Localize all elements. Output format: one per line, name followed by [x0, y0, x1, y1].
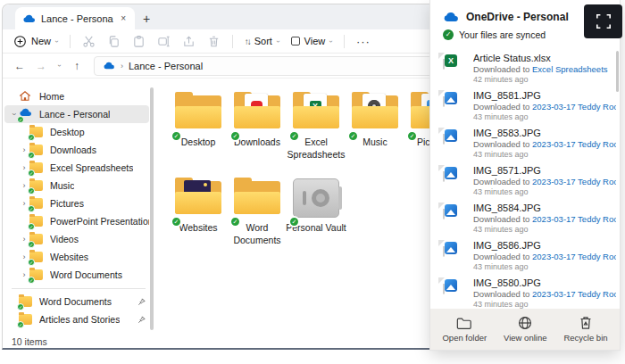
pin-icon [138, 298, 146, 306]
folder-tile-desktop[interactable]: Desktop [169, 91, 228, 177]
destination-link[interactable]: 2023-03-17 Teddy Roose… [532, 252, 616, 261]
folder-synced-icon [29, 144, 44, 156]
sidebar-item-music[interactable]: Music [4, 177, 149, 194]
panel-footer: Open folder View online Recycle bin [430, 309, 620, 350]
more-options-button[interactable]: ··· [356, 35, 371, 48]
image-file-icon [443, 90, 445, 107]
rename-button[interactable] [157, 35, 171, 48]
file-activity-row[interactable]: X Article Status.xlsx Downloaded to Exce… [430, 47, 620, 85]
destination-link[interactable]: Excel Spreadsheets [532, 64, 608, 74]
globe-icon [518, 316, 532, 330]
folder-synced-icon [19, 313, 33, 326]
tab-lance-personal[interactable]: Lance - Personal × [15, 7, 135, 29]
panel-title: OneDrive - Personal [466, 11, 569, 23]
status-bar-item-count: 10 items [12, 336, 47, 347]
sync-check-icon [347, 130, 359, 142]
onedrive-cloud-icon [19, 108, 33, 120]
folder-tile-websites[interactable]: Websites [169, 177, 228, 262]
sidebar-scrollbar[interactable] [150, 87, 154, 330]
sidebar-item-websites[interactable]: Websites [4, 248, 149, 266]
sidebar-item-pictures[interactable]: Pictures [4, 194, 149, 212]
sort-button[interactable]: ↑↓ Sort › [245, 36, 279, 46]
folder-tile-music[interactable]: Music [346, 91, 404, 177]
sidebar-item-word-documents[interactable]: Word Documents [4, 266, 149, 284]
cut-button[interactable] [82, 35, 96, 48]
view-online-button[interactable]: View online [504, 316, 546, 343]
file-time: 42 minutes ago [473, 75, 612, 84]
new-button[interactable]: New › [13, 35, 58, 48]
destination-link[interactable]: 2023-03-17 Teddy Roose… [532, 139, 616, 149]
panel-scrollbar[interactable] [616, 51, 619, 92]
folder-tile-downloads[interactable]: Downloads [228, 91, 287, 177]
back-button[interactable]: ← [10, 60, 29, 72]
up-button[interactable]: ↑ [67, 60, 87, 72]
folder-icon [232, 177, 282, 218]
copy-button[interactable] [107, 35, 121, 48]
onedrive-cloud-icon [22, 14, 36, 23]
pinned-item-lancehome-drive[interactable]: LanceHome (\\192.168.1.31) (L:) [4, 328, 149, 334]
folder-tile-excel-spreadsheets[interactable]: X Excel Spreadsheets [287, 91, 346, 177]
folder-icon [173, 177, 223, 218]
more-icon: ··· [356, 35, 371, 48]
image-file-icon [443, 277, 445, 294]
file-activity-row[interactable]: IMG_8581.JPG Downloaded to 2023-03-17 Te… [430, 85, 620, 122]
file-activity-row[interactable]: IMG_8586.JPG Downloaded to 2023-03-17 Te… [430, 235, 620, 272]
destination-link[interactable]: 2023-03-17 Teddy Roose… [532, 102, 616, 112]
sort-icon: ↑↓ [245, 37, 250, 46]
tab-close-icon[interactable]: × [119, 13, 128, 23]
sidebar-item-home[interactable]: Home [4, 87, 149, 105]
file-activity-row[interactable]: IMG_8580.JPG Downloaded to 2023-03-17 Te… [430, 272, 620, 309]
pinned-item-word-documents[interactable]: Word Documents [4, 293, 149, 310]
open-folder-button[interactable]: Open folder [442, 317, 487, 343]
sidebar-item-excel-spreadsheets[interactable]: Excel Spreadsheets [4, 159, 149, 177]
recycle-bin-button[interactable]: Recycle bin [563, 316, 607, 343]
folder-icon [173, 91, 223, 132]
sidebar-item-downloads[interactable]: Downloads [4, 141, 149, 159]
forward-button[interactable]: → [31, 60, 51, 72]
image-file-icon [443, 203, 445, 219]
fullscreen-button[interactable] [584, 4, 622, 38]
tab-title: Lance - Personal [41, 13, 113, 24]
file-name: IMG_8583.JPG [473, 128, 612, 138]
sidebar-item-videos[interactable]: Videos [4, 230, 149, 248]
destination-link[interactable]: 2023-03-17 Teddy Roose… [532, 289, 616, 299]
activity-list: X Article Status.xlsx Downloaded to Exce… [430, 47, 620, 309]
destination-link[interactable]: 2023-03-17 Teddy Roose… [532, 214, 616, 224]
recent-locations-button[interactable]: › [55, 60, 63, 72]
folder-icon [232, 91, 282, 132]
image-file-icon [443, 240, 445, 257]
delete-button[interactable] [207, 35, 221, 48]
rename-icon [157, 35, 171, 48]
onedrive-cloud-icon [103, 62, 115, 70]
excel-file-icon: X [443, 53, 445, 70]
folder-icon [350, 91, 400, 132]
folder-tile-personal-vault[interactable]: Personal Vault [287, 177, 346, 262]
file-name: Article Status.xlsx [473, 53, 612, 63]
file-activity-row[interactable]: IMG_8583.JPG Downloaded to 2023-03-17 Te… [430, 122, 620, 160]
sidebar-item-desktop[interactable]: Desktop [4, 123, 149, 141]
file-activity-row[interactable]: IMG_8571.JPG Downloaded to 2023-03-17 Te… [430, 160, 620, 197]
file-time: 43 minutes ago [473, 300, 612, 309]
destination-link[interactable]: 2023-03-17 Teddy Roose… [532, 177, 616, 186]
recycle-bin-icon [579, 316, 592, 330]
folder-tile-word-documents[interactable]: Word Documents [228, 177, 287, 262]
file-activity-row[interactable]: IMG_8584.JPG Downloaded to 2023-03-17 Te… [430, 197, 620, 235]
onedrive-activity-panel: OneDrive - Personal Your files are synce… [430, 0, 620, 350]
file-time: 43 minutes ago [473, 112, 612, 121]
view-button[interactable]: View › [291, 36, 332, 46]
home-icon [19, 90, 33, 103]
paste-button[interactable] [132, 35, 146, 48]
breadcrumb[interactable]: › Lance - Personal [94, 56, 438, 76]
folder-icon: X [291, 91, 341, 132]
pinned-item-articles-and-stories[interactable]: Articles and Stories [4, 310, 149, 328]
sync-status-text: Your files are synced [459, 29, 546, 40]
plus-circle-icon [13, 35, 27, 48]
sidebar-item-powerpoint-presentations[interactable]: PowerPoint Presentations [4, 212, 149, 230]
onedrive-cloud-icon [443, 12, 459, 22]
share-button[interactable] [182, 35, 196, 48]
sidebar-item-lance-personal[interactable]: Lance - Personal [4, 105, 149, 123]
sync-check-icon [288, 130, 300, 142]
new-tab-button[interactable]: + [135, 12, 158, 29]
sync-check-icon [443, 29, 454, 40]
personal-vault-icon [293, 178, 339, 218]
